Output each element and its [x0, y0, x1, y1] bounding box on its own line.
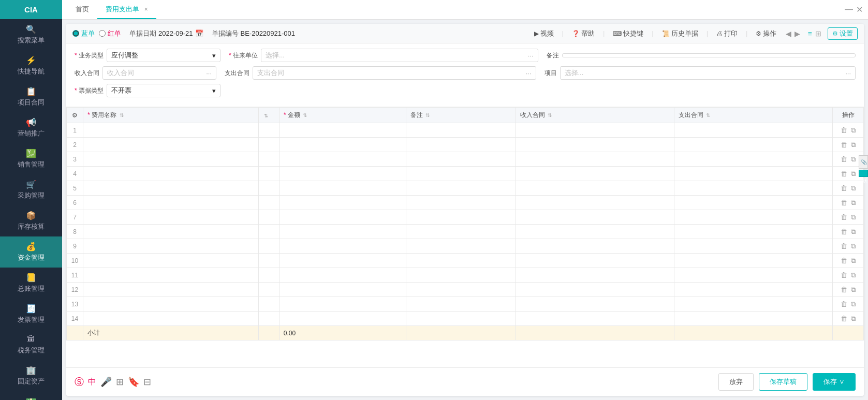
window-close-icon[interactable]: ✕ [856, 5, 863, 14]
cell-amount[interactable] [279, 239, 406, 254]
counterparty-input[interactable]: 选择... ··· [261, 49, 538, 62]
delete-icon[interactable]: 🗑 [841, 199, 847, 206]
tab-close-icon[interactable]: × [144, 6, 148, 13]
sidebar-item-purchase[interactable]: 🛒采购管理 [0, 174, 62, 205]
copy-icon[interactable]: ⧉ [851, 286, 856, 293]
delete-icon[interactable]: 🗑 [841, 213, 847, 221]
sidebar-item-project[interactable]: 📋项目合同 [0, 81, 62, 112]
cell-amount[interactable] [279, 167, 406, 181]
calendar-icon[interactable]: 📅 [195, 29, 203, 37]
discard-button[interactable]: 放弃 [718, 373, 754, 391]
copy-icon[interactable]: ⧉ [851, 199, 856, 206]
cell-expense-contract[interactable] [674, 167, 832, 181]
cell-note[interactable] [406, 123, 516, 138]
copy-icon[interactable]: ⧉ [851, 141, 856, 149]
list-view-btn[interactable]: ≡ [806, 29, 813, 38]
cell-expense-contract[interactable] [674, 152, 832, 167]
cell-note[interactable] [406, 225, 516, 239]
delete-icon[interactable]: 🗑 [841, 155, 847, 163]
cell-note[interactable] [406, 210, 516, 225]
delete-icon[interactable]: 🗑 [841, 271, 847, 279]
sidebar-item-invoice[interactable]: 🧾发票管理 [0, 299, 62, 330]
right-panel-btn1[interactable]: 📎 [859, 155, 868, 169]
cell-note[interactable] [406, 152, 516, 167]
cell-income-contract[interactable] [516, 181, 674, 196]
copy-icon[interactable]: ⧉ [851, 155, 856, 163]
col-sort[interactable]: ⇅ [258, 108, 279, 123]
cell-income-contract[interactable] [516, 283, 674, 297]
cell-expense-name[interactable] [83, 239, 259, 254]
cell-income-contract[interactable] [516, 123, 674, 138]
cell-expense-name[interactable] [83, 181, 259, 196]
grid-view-btn[interactable]: ⊞ [814, 29, 822, 38]
save-button[interactable]: 保存 ∨ [813, 373, 856, 391]
cell-amount[interactable] [279, 283, 406, 297]
cell-note[interactable] [406, 167, 516, 181]
cell-note[interactable] [406, 283, 516, 297]
delete-icon[interactable]: 🗑 [841, 315, 847, 322]
cell-amount[interactable] [279, 196, 406, 210]
cell-amount[interactable] [279, 297, 406, 312]
copy-icon[interactable]: ⧉ [851, 315, 856, 322]
cell-income-contract[interactable] [516, 239, 674, 254]
zhong-icon[interactable]: 中 [88, 377, 96, 388]
cell-expense-name[interactable] [83, 196, 259, 210]
cell-income-contract[interactable] [516, 297, 674, 312]
cell-expense-contract[interactable] [674, 268, 832, 283]
grid-icon[interactable]: ⊟ [143, 376, 151, 388]
delete-icon[interactable]: 🗑 [841, 184, 847, 192]
cell-income-contract[interactable] [516, 268, 674, 283]
mic-icon[interactable]: 🎤 [100, 376, 112, 388]
delete-icon[interactable]: 🗑 [841, 126, 847, 134]
sidebar-item-sales[interactable]: 💹销售管理 [0, 143, 62, 174]
cell-amount[interactable] [279, 123, 406, 138]
sidebar-item-salary[interactable]: 💵工资 [0, 391, 62, 400]
project-input[interactable]: 选择... ··· [560, 66, 856, 80]
cell-expense-contract[interactable] [674, 196, 832, 210]
sidebar-item-marketing[interactable]: 📢营销推广 [0, 112, 62, 143]
cell-amount[interactable] [279, 268, 406, 283]
cell-expense-name[interactable] [83, 138, 259, 152]
tab-home[interactable]: 首页 [67, 1, 97, 19]
cell-expense-name[interactable] [83, 297, 259, 312]
copy-icon[interactable]: ⧉ [851, 300, 856, 308]
bookmark-icon[interactable]: 🔖 [128, 376, 139, 388]
sort-icon[interactable]: ⇅ [120, 112, 124, 118]
sort-icon-note[interactable]: ⇅ [425, 112, 430, 118]
red-radio[interactable]: 红单 [99, 29, 121, 38]
copy-icon[interactable]: ⧉ [851, 213, 856, 221]
cell-income-contract[interactable] [516, 254, 674, 268]
cell-note[interactable] [406, 239, 516, 254]
sort-icon-expense[interactable]: ⇅ [706, 112, 710, 118]
cell-amount[interactable] [279, 181, 406, 196]
cell-expense-contract[interactable] [674, 254, 832, 268]
business-type-input[interactable]: 应付调整 ▾ [107, 49, 220, 62]
shortcut-btn[interactable]: ⌨ 快捷键 [610, 28, 646, 39]
sidebar-item-search[interactable]: 🔍搜索菜单 [0, 19, 62, 50]
expense-contract-input[interactable]: 支出合同 ··· [253, 66, 536, 80]
cell-note[interactable] [406, 297, 516, 312]
prev-arrow[interactable]: ◀ [785, 29, 792, 38]
delete-icon[interactable]: 🗑 [841, 228, 847, 235]
cell-expense-contract[interactable] [674, 123, 832, 138]
copy-icon[interactable]: ⧉ [851, 170, 856, 177]
cell-note[interactable] [406, 138, 516, 152]
cell-income-contract[interactable] [516, 167, 674, 181]
cell-expense-name[interactable] [83, 167, 259, 181]
cell-income-contract[interactable] [516, 312, 674, 326]
cell-expense-name[interactable] [83, 254, 259, 268]
sidebar-item-quicknav[interactable]: ⚡快捷导航 [0, 50, 62, 81]
cell-expense-name[interactable] [83, 123, 259, 138]
cell-expense-name[interactable] [83, 268, 259, 283]
sidebar-item-inventory[interactable]: 📦库存核算 [0, 205, 62, 236]
cell-expense-name[interactable] [83, 312, 259, 326]
sort-icon-amount[interactable]: ⇅ [303, 112, 307, 118]
cell-note[interactable] [406, 312, 516, 326]
cell-income-contract[interactable] [516, 196, 674, 210]
cell-expense-name[interactable] [83, 152, 259, 167]
delete-icon[interactable]: 🗑 [841, 170, 847, 177]
cell-expense-contract[interactable] [674, 283, 832, 297]
settings-button[interactable]: ⚙ 设置 [828, 27, 858, 40]
cell-amount[interactable] [279, 152, 406, 167]
income-contract-input[interactable]: 收入合同 ··· [102, 66, 216, 80]
